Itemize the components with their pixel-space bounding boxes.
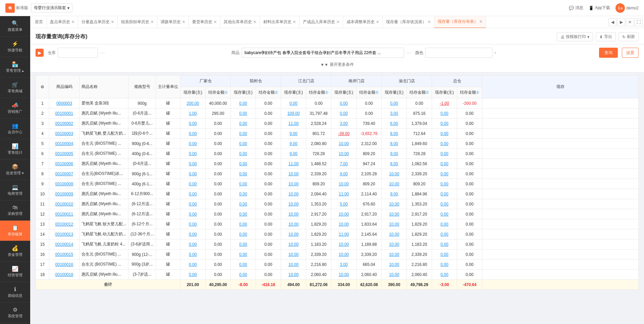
cell-zongcang-qty[interactable]: 0.00: [432, 219, 457, 229]
filter-toggle-btn[interactable]: ▶: [36, 49, 44, 57]
color-dropdown-btn[interactable]: ▾: [494, 51, 496, 55]
app-download-btn[interactable]: 📱 App下载: [589, 5, 610, 11]
close-icon[interactable]: ✕: [253, 20, 256, 24]
cell-zongcang-qty[interactable]: 0.00: [432, 260, 457, 270]
message-btn[interactable]: 💬 消息: [569, 5, 583, 11]
tab-home[interactable]: 首页: [32, 16, 47, 28]
close-icon[interactable]: ✕: [376, 20, 379, 24]
cell-changjiaku-qty[interactable]: 0.00: [180, 229, 206, 239]
tab-prev-btn[interactable]: ◀: [608, 18, 616, 26]
cell-nanan-qty[interactable]: 9.00: [331, 169, 357, 179]
cell-yubei-qty[interactable]: 10.00: [382, 219, 407, 229]
cell-jiangbei-qty[interactable]: 10.00: [281, 260, 306, 270]
cell-code[interactable]: 00100002: [49, 119, 79, 129]
cell-code[interactable]: 00100018: [49, 270, 79, 280]
cell-zongcang-qty[interactable]: 0.00: [432, 119, 457, 129]
cell-nanan-qty[interactable]: 10.00: [331, 149, 357, 159]
cell-yubei-qty[interactable]: 8.00: [382, 139, 407, 149]
cell-nanan-qty[interactable]: -39.00: [331, 129, 357, 139]
cell-jiangbei-qty[interactable]: 10.00: [281, 209, 306, 219]
tab-cost-adjust[interactable]: 成本调整单历史 ✕: [343, 16, 383, 28]
cell-nanan-qty[interactable]: 10.00: [331, 239, 357, 249]
cell-changjiaku-qty[interactable]: 0.00: [180, 139, 206, 149]
close-icon[interactable]: ✕: [336, 20, 339, 24]
cell-nanan-qty[interactable]: 10.00: [331, 270, 357, 280]
cell-zongcang-qty[interactable]: 0.00: [432, 239, 457, 249]
cell-zongcang-qty[interactable]: 0.00: [432, 159, 457, 169]
cell-mucuncu-qty[interactable]: 0.00: [231, 199, 256, 209]
tab-production[interactable]: 产成品入库单历史 ✕: [300, 16, 343, 28]
sidebar-item-system[interactable]: ⚙ 系统管理: [0, 303, 30, 323]
cell-mucuncu-qty[interactable]: 0.00: [231, 260, 256, 270]
cell-yubei-qty[interactable]: 9.00: [382, 149, 407, 159]
cell-yubei-qty[interactable]: 10.00: [382, 229, 407, 239]
cell-zongcang-qty[interactable]: 0.00: [432, 270, 457, 280]
cell-mucuncu-qty[interactable]: 0.00: [231, 139, 256, 149]
cell-nanan-qty[interactable]: 10.00: [331, 179, 357, 189]
cell-jiangbei-qty[interactable]: 109.00: [281, 108, 306, 119]
product-dots-btn[interactable]: ···: [406, 49, 411, 56]
tab-inventory-status[interactable]: 现存量（库存状况表） ✕: [383, 16, 434, 28]
cell-yubei-qty[interactable]: 3.00: [382, 108, 407, 119]
cell-changjiaku-qty[interactable]: 0.00: [180, 260, 206, 270]
cell-changjiaku-qty[interactable]: 0.00: [180, 209, 206, 219]
cell-zongcang-qty[interactable]: 0.00: [432, 139, 457, 149]
cell-jiangbei-qty[interactable]: 11.00: [281, 159, 306, 169]
cell-jiangbei-qty[interactable]: 10.00: [281, 229, 306, 239]
cell-mucuncu-qty[interactable]: 0.00: [231, 119, 256, 129]
cell-zongcang-qty[interactable]: 0.00: [432, 149, 457, 159]
cell-mucuncu-qty[interactable]: 0.00: [231, 149, 256, 159]
cell-code[interactable]: 00100013: [49, 229, 79, 239]
cell-nanan-qty[interactable]: 10.00: [331, 139, 357, 149]
export-btn[interactable]: ⬇ 导出: [596, 32, 616, 41]
cell-changjiaku-qty[interactable]: 0.00: [180, 169, 206, 179]
settings-icon[interactable]: ⚙: [41, 85, 44, 89]
cell-zongcang-qty[interactable]: 0.00: [432, 108, 457, 119]
tab-sub-inventory[interactable]: 分量盘点单历史 ✕: [78, 16, 118, 28]
cell-yubei-qty[interactable]: 10.00: [382, 179, 407, 189]
cell-yubei-qty[interactable]: 6.00: [382, 119, 407, 129]
cell-jiangbei-qty[interactable]: 10.00: [281, 179, 306, 189]
cell-nanan-qty[interactable]: 11.00: [331, 189, 357, 199]
cell-mucuncu-qty[interactable]: 0.00: [231, 98, 256, 108]
cell-yubei-qty[interactable]: 10.00: [382, 260, 407, 270]
cell-nanan-qty[interactable]: 10.00: [331, 209, 357, 219]
cell-mucuncu-qty[interactable]: 0.00: [231, 108, 256, 119]
cell-zongcang-qty[interactable]: 0.00: [432, 249, 457, 260]
cell-mucuncu-qty[interactable]: 0.00: [231, 169, 256, 179]
info-icon[interactable]: ①: [325, 90, 328, 94]
color-input[interactable]: [425, 48, 492, 58]
cell-jiangbei-qty[interactable]: 10.00: [281, 249, 306, 260]
cell-changjiaku-qty[interactable]: 0.00: [180, 199, 206, 209]
tab-purchase[interactable]: 要货单历史 ✕: [189, 16, 220, 28]
th-settings[interactable]: ⚙: [36, 76, 49, 98]
tab-allocation[interactable]: 调拨单历史 ✕: [157, 16, 189, 28]
sidebar-item-wholesale[interactable]: 📦 批发管理 ▼: [0, 159, 30, 180]
cell-code[interactable]: 00100004: [49, 139, 79, 149]
sidebar-item-search[interactable]: 🔍 搜索英单: [0, 16, 30, 37]
cell-yubei-qty[interactable]: 10.00: [382, 199, 407, 209]
cell-yubei-qty[interactable]: 10.00: [382, 239, 407, 249]
sidebar-item-basic[interactable]: ℹ 基础信息: [0, 282, 30, 303]
sidebar-item-inventory[interactable]: 📋 库存核算: [0, 221, 30, 241]
cell-code[interactable]: 00100012: [49, 219, 79, 229]
cell-yubei-qty[interactable]: 10.00: [382, 270, 407, 280]
info-icon[interactable]: ①: [224, 90, 228, 94]
settings-btn[interactable]: 设置: [622, 48, 639, 58]
cell-changjiaku-qty[interactable]: 0.00: [180, 239, 206, 249]
tab-material-out[interactable]: 材料出库单历史 ✕: [260, 16, 300, 28]
cell-yubei-qty[interactable]: 8.00: [382, 159, 407, 169]
cell-changjiaku-qty[interactable]: 0.00: [180, 179, 206, 189]
cell-mucuncu-qty[interactable]: 0.00: [231, 209, 256, 219]
warehouse-input[interactable]: [58, 48, 98, 58]
warehouse-dots-btn[interactable]: ···: [100, 49, 105, 56]
cell-zongcang-qty[interactable]: 0.00: [432, 209, 457, 219]
close-icon[interactable]: ✕: [151, 20, 154, 24]
tab-next-btn[interactable]: ▶: [617, 18, 625, 26]
sidebar-item-retail[interactable]: 🏪 零售管理 ▲: [0, 57, 30, 78]
tab-other-out[interactable]: 其他出库单历史 ✕: [220, 16, 260, 28]
cell-zongcang-qty[interactable]: 0.00: [432, 169, 457, 179]
sidebar-item-marketing[interactable]: 📣 营销推广: [0, 98, 30, 119]
cell-yubei-qty[interactable]: 10.00: [382, 209, 407, 219]
cell-jiangbei-qty[interactable]: 10.00: [281, 219, 306, 229]
